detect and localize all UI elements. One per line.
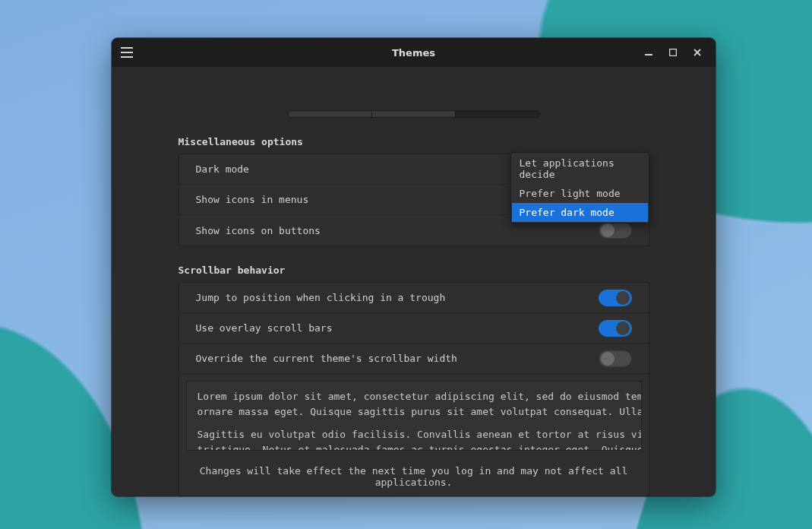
footer-note: Changes will take effect the next time y… [179,458,649,496]
row-dark-mode: Dark mode Let applications decide Prefer… [179,154,649,185]
toggle-overlay[interactable] [599,320,632,337]
svg-rect-1 [121,52,133,53]
preview-line-4: tristique. Netus et malesuada fames ac t… [197,444,642,451]
label-jump: Jump to position when clicking in a trou… [196,292,599,303]
scrollbar-preview: Lorem ipsum dolor sit amet, consectetur … [186,381,642,451]
toggle-override-width[interactable] [599,350,632,367]
toggle-jump[interactable] [599,290,632,306]
svg-rect-2 [121,56,133,58]
content-area: Themes Add/Remove Settings Miscellaneous… [112,67,716,496]
preview-line-2: ornare massa eget. Quisque sagittis puru… [197,406,642,417]
minimize-button[interactable] [641,45,656,60]
preview-line-3: Sagittis eu volutpat odio facilisis. Con… [197,429,642,440]
section-title-misc: Miscellaneous options [179,136,649,147]
row-jump: Jump to position when clicking in a trou… [179,283,649,313]
panel-scrollbar: Jump to position when clicking in a trou… [179,282,649,496]
dark-mode-dropdown[interactable]: Let applications decide Prefer light mod… [510,152,649,223]
dropdown-item-let-decide[interactable]: Let applications decide [512,154,648,184]
label-overlay: Use overlay scroll bars [196,322,599,334]
svg-rect-3 [645,54,652,55]
dropdown-item-prefer-dark[interactable]: Prefer dark mode [512,203,648,222]
section-misc: Miscellaneous options Dark mode Let appl… [179,118,649,246]
close-button[interactable] [690,45,705,60]
row-override-width: Override the current theme's scrollbar w… [179,344,649,374]
svg-rect-4 [670,49,677,56]
tab-group: Themes Add/Remove Settings [288,110,540,118]
panel-misc: Dark mode Let applications decide Prefer… [179,154,649,246]
window-controls [641,45,709,60]
menu-icon[interactable] [118,43,136,62]
preview-line-1: Lorem ipsum dolor sit amet, consectetur … [197,391,642,402]
tab-addremove[interactable]: Add/Remove [372,111,456,118]
themes-window: Themes Themes Add/Remove Settings [112,38,716,496]
tab-themes[interactable]: Themes [289,111,372,118]
maximize-button[interactable] [665,45,681,60]
tab-settings[interactable]: Settings [456,111,539,118]
dropdown-item-prefer-light[interactable]: Prefer light mode [512,184,648,203]
label-show-icons-buttons: Show icons on buttons [196,225,599,236]
window-title: Themes [112,47,716,59]
section-scrollbar: Scrollbar behavior Jump to position when… [179,246,649,496]
label-override-width: Override the current theme's scrollbar w… [196,353,599,364]
row-overlay: Use overlay scroll bars [179,313,649,344]
section-title-scrollbar: Scrollbar behavior [179,264,649,276]
titlebar: Themes [112,38,716,67]
svg-rect-0 [121,47,133,49]
toggle-show-icons-buttons[interactable] [599,222,632,239]
